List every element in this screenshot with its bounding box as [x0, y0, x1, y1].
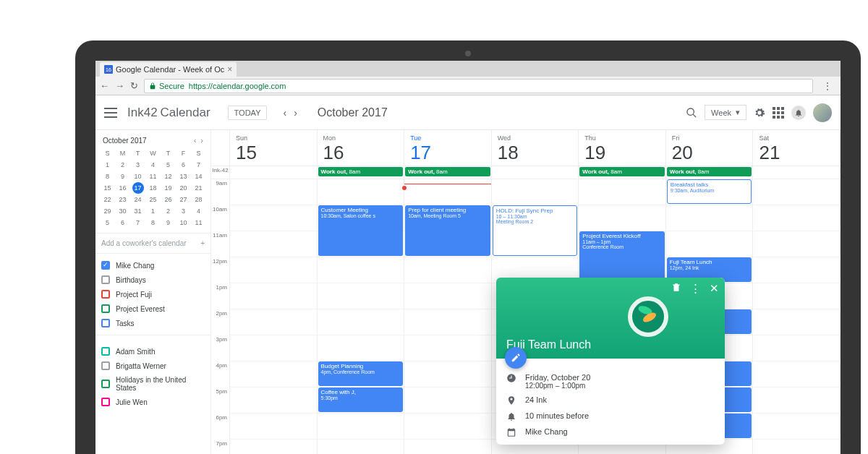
mini-day[interactable]: 5 — [100, 217, 115, 228]
mini-day[interactable]: 20 — [176, 182, 191, 194]
mini-day[interactable]: 4 — [191, 205, 206, 217]
mini-day[interactable]: 11 — [145, 171, 161, 182]
mini-day[interactable]: 8 — [145, 217, 161, 228]
calendar-list-item[interactable]: Holidays in the United States — [100, 373, 206, 395]
mini-day[interactable]: 3 — [176, 205, 191, 217]
mini-day[interactable]: 17 — [132, 182, 144, 194]
mini-day[interactable]: 31 — [130, 205, 145, 217]
mini-day[interactable]: 26 — [161, 194, 176, 205]
calendar-list-item[interactable]: Adam Smith — [100, 344, 206, 359]
hour-cell[interactable] — [230, 309, 318, 335]
hour-cell[interactable] — [404, 231, 492, 257]
hour-cell[interactable] — [404, 309, 492, 335]
omnibox[interactable]: Secure https://calendar.google.com — [144, 79, 813, 93]
mini-day[interactable]: 1 — [145, 205, 161, 217]
mini-day[interactable]: 25 — [145, 194, 161, 205]
calendar-list-item[interactable]: Project Everest — [100, 301, 206, 316]
hour-cell[interactable]: Coffee with J,5:30pm — [318, 387, 405, 414]
mini-day[interactable]: 5 — [161, 159, 176, 171]
mini-day[interactable]: 9 — [115, 171, 130, 182]
calendar-event[interactable]: Breakfast talks9:30am, Auditorium — [667, 179, 752, 204]
mini-day[interactable]: 6 — [115, 217, 130, 228]
hour-cell[interactable]: Prep for client meeting10am, Meeting Roo… — [404, 205, 492, 231]
more-icon[interactable]: ⋮ — [690, 282, 701, 295]
hour-cell[interactable] — [753, 309, 841, 335]
view-select[interactable]: Week▾ — [705, 105, 746, 120]
hour-cell[interactable] — [404, 283, 492, 309]
mini-day[interactable]: 7 — [130, 217, 145, 228]
mini-calendar[interactable]: SMTWTFS123456789101112131415161718192021… — [100, 147, 206, 228]
mini-day[interactable]: 13 — [176, 171, 191, 182]
tab-close-icon[interactable]: × — [227, 64, 232, 74]
hour-cell[interactable] — [230, 361, 318, 387]
hour-cell[interactable] — [230, 414, 318, 440]
notifications-icon[interactable] — [791, 106, 806, 120]
day-header[interactable]: Sat21 — [753, 130, 841, 166]
mini-day[interactable]: 18 — [145, 182, 161, 194]
hour-cell[interactable] — [753, 205, 841, 231]
day-header[interactable]: Tue17 — [404, 130, 492, 166]
search-icon[interactable] — [686, 107, 697, 119]
mini-day[interactable]: 16 — [115, 182, 130, 194]
hour-cell[interactable] — [318, 414, 405, 440]
hour-cell[interactable] — [579, 205, 666, 231]
hour-cell[interactable] — [404, 387, 492, 414]
reload-icon[interactable]: ↻ — [130, 80, 138, 91]
back-icon[interactable]: ← — [100, 80, 109, 91]
browser-tab[interactable]: 16 Google Calendar - Week of Oc × — [100, 62, 237, 77]
mini-day[interactable]: 28 — [191, 194, 206, 205]
delete-icon[interactable] — [671, 282, 681, 295]
day-header[interactable]: Fri20 — [666, 130, 754, 166]
hour-cell[interactable]: Breakfast talks9:30am, Auditorium — [666, 179, 754, 205]
mini-day[interactable]: 3 — [130, 159, 145, 171]
calendar-checkbox[interactable] — [101, 290, 110, 299]
hour-cell[interactable] — [492, 231, 579, 257]
mini-day[interactable]: 24 — [130, 194, 145, 205]
day-header[interactable]: Thu19 — [579, 130, 666, 166]
calendar-checkbox[interactable] — [101, 261, 110, 270]
prev-period-icon[interactable]: ‹ — [283, 107, 286, 119]
hour-cell[interactable] — [753, 414, 841, 440]
hour-cell[interactable] — [404, 335, 492, 361]
mini-day[interactable]: 8 — [100, 171, 115, 182]
close-icon[interactable]: ✕ — [710, 282, 719, 295]
forward-icon[interactable]: → — [115, 80, 124, 91]
gear-icon[interactable] — [754, 107, 765, 119]
calendar-checkbox[interactable] — [101, 361, 110, 370]
allday-event[interactable]: Work out, 8am — [405, 167, 490, 176]
hour-cell[interactable] — [404, 361, 492, 387]
hour-cell[interactable] — [753, 231, 841, 257]
hour-cell[interactable] — [753, 283, 841, 309]
mini-day[interactable]: 19 — [161, 182, 176, 194]
hour-cell[interactable] — [318, 440, 405, 454]
calendar-checkbox[interactable] — [101, 304, 110, 313]
calendar-list-item[interactable]: Tasks — [100, 316, 206, 330]
calendar-checkbox[interactable] — [101, 380, 110, 388]
hour-cell[interactable]: Budget Planning4pm, Conference Room — [318, 361, 405, 387]
hour-cell[interactable] — [230, 231, 318, 257]
hour-cell[interactable] — [318, 309, 405, 335]
hour-cell[interactable] — [404, 257, 492, 283]
mini-day[interactable]: 22 — [100, 194, 115, 205]
hour-cell[interactable] — [230, 387, 318, 414]
mini-day[interactable]: 29 — [100, 205, 115, 217]
hour-cell[interactable] — [666, 231, 754, 257]
hour-cell[interactable] — [230, 257, 318, 283]
hour-cell[interactable] — [230, 440, 318, 454]
mini-day[interactable]: 14 — [191, 171, 206, 182]
hour-cell[interactable] — [318, 257, 405, 283]
mini-day[interactable]: 21 — [191, 182, 206, 194]
hour-cell[interactable] — [318, 231, 405, 257]
next-period-icon[interactable]: › — [294, 107, 297, 119]
calendar-list-item[interactable]: Mike Chang — [100, 258, 206, 273]
hour-cell[interactable] — [753, 440, 841, 454]
mini-day[interactable]: 4 — [145, 159, 161, 171]
hour-cell[interactable]: Project Everest Kickoff11am – 1pmConfere… — [579, 231, 666, 257]
browser-menu-icon[interactable]: ⋮ — [823, 81, 832, 91]
mini-day[interactable]: 10 — [130, 171, 145, 182]
calendar-list-item[interactable]: Birthdays — [100, 273, 206, 287]
calendar-checkbox[interactable] — [101, 275, 110, 284]
today-button[interactable]: TODAY — [228, 106, 268, 120]
hour-cell[interactable] — [753, 179, 841, 205]
calendar-event[interactable]: Coffee with J,5:30pm — [318, 387, 404, 412]
